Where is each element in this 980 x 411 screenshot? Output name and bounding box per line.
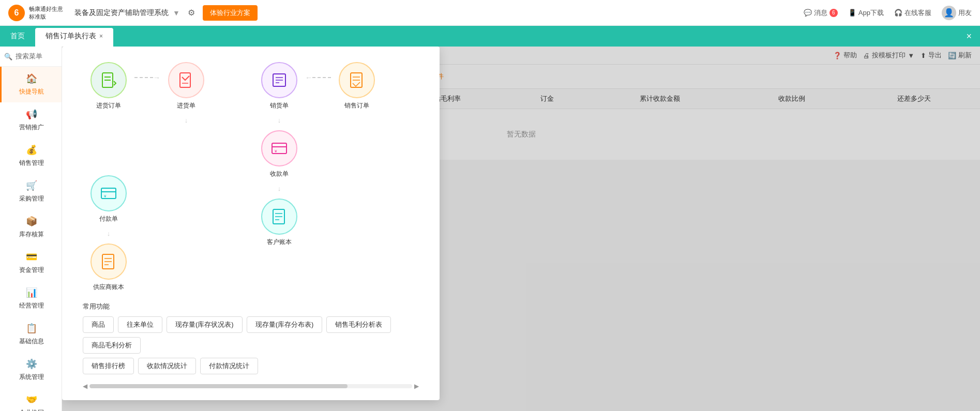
card-icon: 💳 bbox=[26, 251, 37, 263]
sidebar: 🔍 搜索菜单 🏠 快捷导航 📢 营销推广 💰 销售管理 🛒 采购管理 📦 库存核… bbox=[0, 47, 62, 411]
logo-icon: 6 bbox=[8, 5, 25, 21]
supplier-ledger-label: 供应商账本 bbox=[93, 283, 124, 292]
tab-close-icon[interactable]: × bbox=[99, 33, 103, 40]
search-icon: 🔍 bbox=[4, 53, 12, 60]
down-arrow-2: ↓ bbox=[105, 227, 113, 239]
left-flow-column: 进货订单 ¥ 付款单 ↓ bbox=[83, 62, 134, 292]
payment-slip-label: 付款单 bbox=[99, 215, 118, 223]
gear-icon: ⚙️ bbox=[26, 358, 37, 370]
arrow-h2: ← bbox=[305, 62, 331, 82]
func-btn-stock-dist[interactable]: 现存量(库存分布表) bbox=[247, 316, 323, 333]
sales-order-node: 销售订单 bbox=[331, 62, 383, 110]
sidebar-item-inventory[interactable]: 📦 库存核算 bbox=[0, 209, 62, 245]
flow-diagram: 进货订单 ¥ 付款单 ↓ bbox=[83, 62, 419, 292]
svg-text:¥: ¥ bbox=[103, 194, 107, 199]
settings-gear-icon[interactable]: ⚙ bbox=[184, 6, 199, 20]
tab-sales-order-execution[interactable]: 销售订单执行表 × bbox=[35, 28, 113, 47]
clipboard-icon: 📋 bbox=[26, 323, 37, 334]
sidebar-item-enterprise-coop[interactable]: 🤝 企业协同 bbox=[0, 388, 62, 411]
supplier-ledger-node: 供应商账本 bbox=[83, 243, 134, 292]
down-arrow-5: ↓ bbox=[276, 182, 283, 194]
logo-area: 6 畅康通好生意 标准版 bbox=[8, 5, 70, 21]
system-title: 装备及固定资产辅助管理系统 ▼ ⚙ 体验行业方案 bbox=[74, 5, 258, 21]
receipt-slip-label: 收款单 bbox=[270, 170, 289, 178]
sidebar-item-capital-mgmt[interactable]: 💳 资金管理 bbox=[0, 245, 62, 281]
common-functions-title: 常用功能 bbox=[83, 302, 419, 311]
sidebar-item-system-mgmt[interactable]: ⚙️ 系统管理 bbox=[0, 352, 62, 388]
modal-scrollbar: ◀ ▶ bbox=[83, 383, 419, 390]
down-arrow-4: ↓ bbox=[276, 114, 283, 126]
func-btn-product-gross[interactable]: 商品毛利分析 bbox=[83, 337, 141, 354]
app-download-button[interactable]: 📱 App下载 bbox=[848, 8, 884, 18]
dropdown-arrow-icon[interactable]: ▼ bbox=[173, 9, 180, 17]
sales-slip-column: 销货单 ↓ ¥ 收款单 ↓ bbox=[253, 62, 305, 247]
purchase-slip-node: 进货单 bbox=[160, 62, 212, 110]
func-btn-product[interactable]: 商品 bbox=[83, 316, 114, 333]
search-menu-button[interactable]: 🔍 搜索菜单 bbox=[0, 47, 62, 67]
logo-text: 畅康通好生意 标准版 bbox=[29, 5, 63, 20]
money-icon: 💰 bbox=[26, 144, 37, 156]
customer-ledger-label: 客户账本 bbox=[267, 238, 292, 247]
svg-text:¥: ¥ bbox=[274, 149, 277, 154]
chart-icon: 📊 bbox=[26, 287, 37, 298]
megaphone-icon: 📢 bbox=[26, 109, 37, 120]
main-layout: 🔍 搜索菜单 🏠 快捷导航 📢 营销推广 💰 销售管理 🛒 采购管理 📦 库存核… bbox=[0, 47, 980, 411]
arrow-h1: → bbox=[134, 62, 160, 82]
payment-circle: ¥ bbox=[91, 175, 127, 211]
user-avatar: 👤 bbox=[942, 6, 956, 20]
scroll-right-arrow[interactable]: ▶ bbox=[414, 383, 419, 390]
supplier-ledger-circle bbox=[91, 243, 127, 280]
modal-overlay: 进货订单 ¥ 付款单 ↓ bbox=[62, 47, 980, 411]
func-btn-partner[interactable]: 往来单位 bbox=[118, 316, 162, 333]
window-close-icon[interactable]: × bbox=[958, 26, 980, 47]
phone-icon: 📱 bbox=[848, 9, 856, 17]
payment-slip-node: ¥ 付款单 bbox=[83, 175, 134, 223]
message-badge: 6 bbox=[830, 9, 838, 17]
customer-ledger-node: 客户账本 bbox=[253, 199, 305, 247]
online-service-button[interactable]: 🎧 在线客服 bbox=[894, 8, 931, 18]
function-buttons-grid-row2: 销售排行榜 收款情况统计 付款情况统计 bbox=[83, 358, 419, 374]
purchase-slip-circle bbox=[168, 62, 204, 98]
home-icon: 🏠 bbox=[26, 73, 37, 84]
sidebar-item-quick-nav[interactable]: 🏠 快捷导航 bbox=[0, 67, 62, 102]
message-button[interactable]: 💬 消息 6 bbox=[804, 8, 838, 18]
scroll-left-arrow[interactable]: ◀ bbox=[83, 383, 87, 390]
content-area: ❓ 帮助 🖨 按模板打印 ▼ ⬆ 导出 🔄 刷新 yyyy-mm-dd 📅 bbox=[62, 47, 980, 411]
receipt-circle: ¥ bbox=[261, 130, 297, 166]
purchase-order-circle bbox=[91, 62, 127, 98]
experience-button[interactable]: 体验行业方案 bbox=[203, 5, 258, 21]
func-btn-collection-stats[interactable]: 收款情况统计 bbox=[138, 358, 196, 374]
header-right: 💬 消息 6 📱 App下载 🎧 在线客服 👤 用友 bbox=[804, 6, 972, 20]
sales-slip-circle bbox=[261, 62, 297, 98]
func-btn-stock-status[interactable]: 现存量(库存状况表) bbox=[167, 316, 243, 333]
receipt-node: ¥ 收款单 bbox=[253, 130, 305, 178]
handshake-icon: 🤝 bbox=[26, 394, 37, 405]
sales-order-label: 销售订单 bbox=[344, 101, 369, 110]
func-btn-payment-stats[interactable]: 付款情况统计 bbox=[200, 358, 258, 374]
sales-slip-label: 销货单 bbox=[270, 101, 289, 110]
scroll-thumb bbox=[89, 384, 348, 388]
user-menu-button[interactable]: 👤 用友 bbox=[942, 6, 972, 20]
tab-home[interactable]: 首页 bbox=[0, 26, 35, 47]
sidebar-item-marketing[interactable]: 📢 营销推广 bbox=[0, 102, 62, 138]
message-icon: 💬 bbox=[804, 9, 812, 17]
func-btn-sales-rank[interactable]: 销售排行榜 bbox=[83, 358, 134, 374]
sales-slip-node: 销货单 bbox=[253, 62, 305, 110]
top-header: 6 畅康通好生意 标准版 装备及固定资产辅助管理系统 ▼ ⚙ 体验行业方案 💬 … bbox=[0, 0, 980, 26]
tab-bar: 首页 销售订单执行表 × × bbox=[0, 26, 980, 47]
sales-order-column: 销售订单 bbox=[331, 62, 383, 110]
scroll-track[interactable] bbox=[89, 384, 412, 388]
func-btn-sales-gross[interactable]: 销售毛利分析表 bbox=[326, 316, 391, 333]
purchase-order-node: 进货订单 bbox=[83, 62, 134, 110]
customer-ledger-circle bbox=[261, 199, 297, 235]
sidebar-item-operations-mgmt[interactable]: 📊 经营管理 bbox=[0, 281, 62, 316]
purchase-slip-label: 进货单 bbox=[177, 101, 195, 110]
sidebar-item-basic-info[interactable]: 📋 基础信息 bbox=[0, 316, 62, 352]
purchase-order-label: 进货订单 bbox=[96, 101, 121, 110]
purchase-slip-column: 进货单 ↓ bbox=[160, 62, 212, 130]
sidebar-item-purchase-mgmt[interactable]: 🛒 采购管理 bbox=[0, 174, 62, 209]
function-buttons-grid: 商品 往来单位 现存量(库存状况表) 现存量(库存分布表) 销售毛利分析表 商品… bbox=[83, 316, 419, 354]
down-arrow-3: ↓ bbox=[183, 114, 190, 126]
modal-box: 进货订单 ¥ 付款单 ↓ bbox=[62, 47, 440, 400]
sidebar-item-sales-mgmt[interactable]: 💰 销售管理 bbox=[0, 138, 62, 174]
